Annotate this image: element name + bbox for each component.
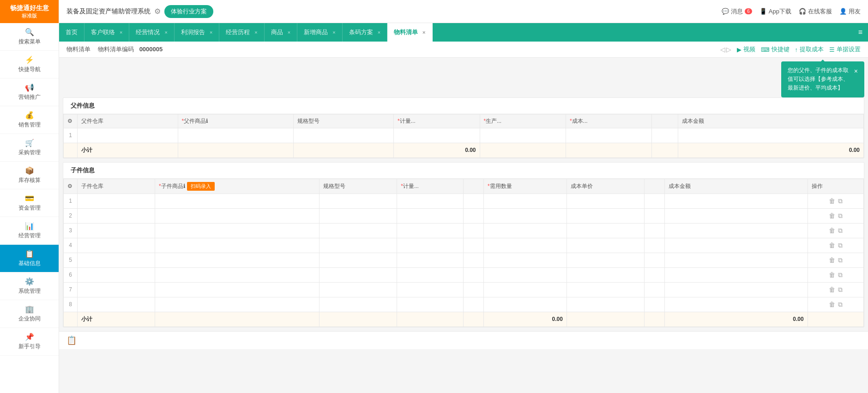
tab-operation-status-close[interactable]: × — [164, 30, 167, 35]
sidebar-item-enterprise[interactable]: 🏢 企业协同 — [0, 300, 59, 328]
tab-profit[interactable]: 利润报告 × — [175, 23, 219, 42]
scan-button[interactable]: 扫码录入 — [187, 182, 215, 191]
tab-barcode-close[interactable]: × — [378, 30, 380, 35]
close-all-tabs[interactable]: ≡ — [853, 28, 868, 36]
sidebar-item-basic-info[interactable]: 📋 基础信息 — [0, 245, 59, 272]
delete-icon-8[interactable]: 🗑 — [829, 301, 835, 308]
delete-icon-7[interactable]: 🗑 — [829, 286, 835, 294]
parent-col-goods: *父件商品ℹ — [178, 114, 293, 128]
shortcut-action[interactable]: ⌨ 快捷键 — [761, 45, 790, 54]
tab-operation-status[interactable]: 经营情况 × — [129, 23, 174, 42]
child-qty-1[interactable] — [483, 193, 567, 208]
parent-warehouse-cell[interactable] — [78, 128, 178, 143]
sidebar-item-guide[interactable]: 📌 新手引导 — [0, 328, 59, 356]
app-download-button[interactable]: 📱 App下载 — [760, 7, 791, 16]
enterprise-icon: 🏢 — [25, 305, 34, 314]
message-button[interactable]: 💬 消息 6 — [722, 7, 752, 16]
parent-unit-cell[interactable] — [394, 128, 480, 143]
view-label: 视频 — [743, 45, 755, 54]
child-col-warehouse: 子件仓库 — [78, 179, 155, 193]
tab-customer-close[interactable]: × — [120, 30, 122, 35]
parent-goods-cell[interactable] — [178, 128, 293, 143]
next-arrow[interactable]: ▷ — [726, 46, 731, 53]
sidebar-item-search[interactable]: 🔍 搜索菜单 — [0, 23, 59, 51]
tab-history[interactable]: 经营历程 × — [219, 23, 264, 42]
download-icon: 📱 — [760, 8, 767, 15]
nav-arrows: ◁ ▷ — [720, 46, 731, 53]
child-goods-1[interactable] — [155, 193, 319, 208]
prev-arrow[interactable]: ◁ — [720, 46, 725, 53]
main-area: 装备及固定资产辅助管理系统 ⚙ 体验行业方案 💬 消息 6 📱 App下载 🎧 … — [59, 0, 868, 393]
child-subtotal-label: 小计 — [78, 312, 155, 326]
sidebar-item-purchase[interactable]: 🛒 采购管理 — [0, 134, 59, 162]
child-extra2-1 — [644, 193, 664, 208]
parent-subtotal-c4 — [566, 143, 651, 157]
parent-cost-cell[interactable] — [566, 128, 651, 143]
tab-bom[interactable]: 物料清单 × — [387, 23, 432, 42]
tab-home[interactable]: 首页 — [59, 23, 84, 42]
sidebar-item-marketing[interactable]: 📢 营销推广 — [0, 79, 59, 106]
child-col-unit: *计量... — [397, 179, 464, 193]
sidebar-item-inventory[interactable]: 📦 库存核算 — [0, 162, 59, 189]
sidebar-item-search-label: 搜索菜单 — [18, 38, 41, 46]
child-unit-1[interactable] — [397, 193, 464, 208]
tab-bom-close[interactable]: × — [422, 30, 425, 35]
copy-icon-3[interactable]: ⧉ — [838, 227, 843, 235]
online-service-button[interactable]: 🎧 在线客服 — [799, 7, 832, 16]
delete-icon-1[interactable]: 🗑 — [829, 197, 835, 205]
copy-icon-4[interactable]: ⧉ — [838, 242, 843, 249]
tab-history-close[interactable]: × — [254, 30, 257, 35]
tab-goods[interactable]: 商品 × — [265, 23, 297, 42]
tab-profit-close[interactable]: × — [210, 30, 212, 35]
page-header: 物料清单 物料清单编码 0000005 ◁ ▷ ▶ 视频 ⌨ 快捷键 — [59, 42, 868, 58]
view-action[interactable]: ▶ 视频 — [737, 45, 755, 54]
copy-icon-1[interactable]: ⧉ — [838, 197, 843, 205]
sidebar-item-system[interactable]: ⚙️ 系统管理 — [0, 272, 59, 300]
copy-icon-6[interactable]: ⧉ — [838, 271, 843, 279]
parent-col-settings[interactable]: ⚙ — [64, 114, 78, 128]
delete-icon-6[interactable]: 🗑 — [829, 271, 835, 279]
copy-icon-7[interactable]: ⧉ — [838, 286, 843, 294]
copy-icon-2[interactable]: ⧉ — [838, 212, 843, 220]
child-subtotal-amount: 0.00 — [664, 312, 808, 326]
sidebar-item-inventory-label: 库存核算 — [18, 176, 41, 184]
delete-icon-2[interactable]: 🗑 — [829, 212, 835, 220]
system-icon: ⚙️ — [25, 277, 34, 286]
copy-icon-5[interactable]: ⧉ — [838, 256, 843, 264]
tab-goods-close[interactable]: × — [288, 30, 290, 35]
tab-customer[interactable]: 客户联络 × — [84, 23, 129, 42]
copy-icon-8[interactable]: ⧉ — [838, 301, 843, 308]
tab-add-goods[interactable]: 新增商品 × — [297, 23, 342, 42]
tooltip-close[interactable]: × — [854, 66, 858, 76]
child-amount-1 — [664, 193, 808, 208]
delete-icon-4[interactable]: 🗑 — [829, 242, 835, 249]
tab-barcode[interactable]: 条码方案 × — [343, 23, 387, 42]
child-col-settings[interactable]: ⚙ — [64, 179, 78, 193]
user-menu[interactable]: 👤 用友 — [839, 7, 861, 16]
single-settings-action[interactable]: ☰ 单据设置 — [829, 45, 861, 54]
child-spec-1[interactable] — [319, 193, 397, 208]
parent-production-cell[interactable] — [480, 128, 566, 143]
extract-cost-action[interactable]: ↑ 提取成本 — [795, 45, 824, 54]
marketing-icon: 📢 — [25, 83, 34, 92]
delete-icon-3[interactable]: 🗑 — [829, 227, 835, 235]
tab-add-goods-close[interactable]: × — [332, 30, 335, 35]
table-row: 4 🗑⧉ — [64, 238, 864, 253]
code-label: 物料清单编码 0000005 — [98, 45, 163, 54]
parent-subtotal-label-cell — [64, 143, 78, 157]
sidebar-item-quick-nav-label: 快捷导航 — [18, 66, 41, 73]
child-unit-cost-1[interactable] — [567, 193, 644, 208]
delete-icon-5[interactable]: 🗑 — [829, 256, 835, 264]
table-row: 7 🗑⧉ — [64, 282, 864, 297]
table-row: 2 🗑⧉ — [64, 208, 864, 223]
sidebar-item-operation[interactable]: 📊 经营管理 — [0, 217, 59, 245]
gear-icon[interactable]: ⚙ — [154, 7, 161, 16]
sidebar-item-finance[interactable]: 💳 资金管理 — [0, 189, 59, 217]
content-area: 物料清单 物料清单编码 0000005 ◁ ▷ ▶ 视频 ⌨ 快捷键 — [59, 42, 868, 393]
sidebar-item-sales[interactable]: 💰 销售管理 — [0, 106, 59, 134]
parent-spec-cell[interactable] — [293, 128, 394, 143]
sidebar-item-quick-nav[interactable]: ⚡ 快捷导航 — [0, 51, 59, 79]
parent-cost-amount-cell — [678, 128, 864, 143]
child-warehouse-1[interactable] — [78, 193, 155, 208]
experience-button[interactable]: 体验行业方案 — [164, 5, 213, 18]
